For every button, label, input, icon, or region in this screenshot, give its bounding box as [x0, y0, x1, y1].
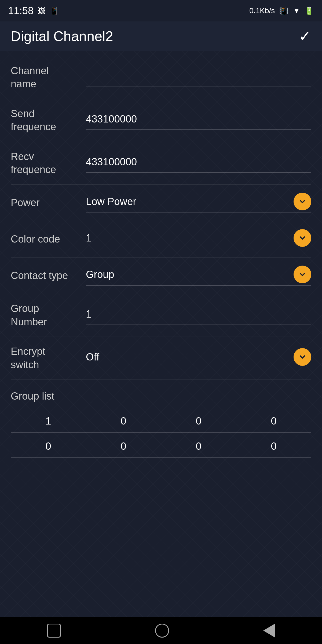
send-frequence-label: Sendfrequence: [11, 107, 86, 134]
nav-home-button[interactable]: [155, 624, 169, 638]
square-icon: [47, 624, 61, 638]
power-dropdown-button[interactable]: [294, 193, 311, 210]
circle-icon: [155, 624, 169, 638]
color-code-dropdown-button[interactable]: [294, 229, 311, 247]
wifi-icon: ▼: [293, 6, 300, 15]
group-list-label: Group list: [11, 380, 311, 407]
recv-frequence-value-area[interactable]: 433100000: [86, 154, 311, 173]
group-number-label: GroupNumber: [11, 302, 86, 329]
status-left: 11:58 🖼 📱: [8, 5, 59, 17]
power-value-area[interactable]: Low Power: [86, 193, 311, 213]
back-icon: [263, 624, 275, 638]
contact-type-value-area[interactable]: Group: [86, 266, 311, 286]
group-list-cell-1-1[interactable]: 1: [11, 407, 86, 433]
nav-recents-button[interactable]: [47, 624, 61, 638]
page-title: Digital Channel2: [11, 28, 113, 44]
group-list-cell-2-1[interactable]: 0: [11, 433, 86, 458]
group-number-value-area[interactable]: 1: [86, 306, 311, 325]
group-list-cell-1-4[interactable]: 0: [236, 407, 311, 433]
encrypt-switch-label: Encryptswitch: [11, 345, 86, 371]
group-number-value: 1: [86, 308, 92, 320]
color-code-row: Color code 1: [11, 221, 311, 258]
battery-icon: 🔋: [305, 6, 314, 15]
vibrate-icon: 📳: [279, 6, 288, 15]
status-time: 11:58: [8, 5, 34, 17]
title-bar: Digital Channel2 ✓: [0, 21, 322, 51]
group-list-row2: 0 0 0 0: [11, 433, 311, 458]
nav-back-button[interactable]: [263, 624, 275, 638]
channel-name-value-area[interactable]: [86, 68, 311, 87]
send-frequence-row: Sendfrequence 433100000: [11, 99, 311, 142]
send-frequence-value-area[interactable]: 433100000: [86, 111, 311, 130]
color-code-value-area[interactable]: 1: [86, 229, 311, 249]
main-content: Channelname Sendfrequence 433100000 Recv…: [0, 51, 322, 617]
encrypt-switch-value: Off: [86, 351, 99, 363]
encrypt-switch-dropdown-button[interactable]: [294, 348, 311, 366]
group-list-row1: 1 0 0 0: [11, 407, 311, 433]
phone-icon: 📱: [50, 6, 59, 15]
status-bar: 11:58 🖼 📱 0.1Kb/s 📳 ▼ 🔋: [0, 0, 322, 21]
power-value: Low Power: [86, 196, 136, 207]
group-list-cell-2-3[interactable]: 0: [161, 433, 236, 458]
image-icon: 🖼: [38, 6, 45, 15]
group-list-cell-2-4[interactable]: 0: [236, 433, 311, 458]
contact-type-dropdown-button[interactable]: [294, 266, 311, 283]
encrypt-switch-row: Encryptswitch Off: [11, 337, 311, 380]
recv-frequence-row: Recvfrequence 433100000: [11, 142, 311, 185]
contact-type-row: Contact type Group: [11, 258, 311, 294]
group-list-cell-2-2[interactable]: 0: [86, 433, 161, 458]
encrypt-switch-value-area[interactable]: Off: [86, 348, 311, 368]
channel-name-label: Channelname: [11, 64, 86, 91]
send-frequence-value: 433100000: [86, 113, 137, 125]
network-speed: 0.1Kb/s: [249, 6, 275, 15]
color-code-label: Color code: [11, 233, 86, 246]
status-right: 0.1Kb/s 📳 ▼ 🔋: [249, 6, 314, 15]
confirm-button[interactable]: ✓: [299, 27, 311, 45]
recv-frequence-label: Recvfrequence: [11, 150, 86, 177]
contact-type-label: Contact type: [11, 269, 86, 282]
power-label: Power: [11, 196, 86, 209]
group-list-cell-1-3[interactable]: 0: [161, 407, 236, 433]
group-number-row: GroupNumber 1: [11, 294, 311, 337]
color-code-value: 1: [86, 232, 92, 244]
contact-type-value: Group: [86, 269, 114, 280]
bottom-nav: [0, 617, 322, 644]
group-list-cell-1-2[interactable]: 0: [86, 407, 161, 433]
recv-frequence-value: 433100000: [86, 156, 137, 168]
channel-name-row: Channelname: [11, 56, 311, 99]
power-row: Power Low Power: [11, 185, 311, 221]
